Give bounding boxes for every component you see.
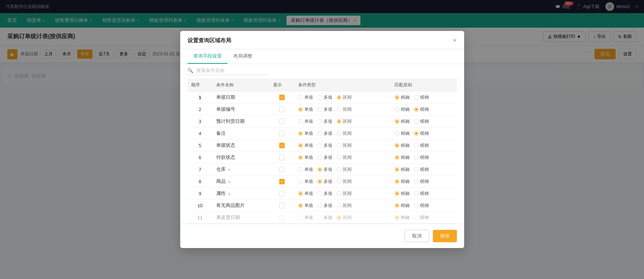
modal-tabs: 查询字段设置 布局调整 [180,49,464,64]
col-name: 条件名称 [213,79,269,90]
search-field-wrap: 🔍 [187,68,268,75]
col-display: 显示 [269,79,295,90]
modal-close-button[interactable]: × [453,37,457,44]
col-match: 匹配原则 [391,79,457,90]
search-input[interactable] [196,68,268,73]
col-type: 条件类型 [295,79,391,90]
tab-field-settings[interactable]: 查询字段设置 [187,49,228,64]
tab-layout-adjust[interactable]: 布局调整 [228,49,258,64]
field-table: 顺序 条件名称 显示 条件类型 匹配原则 1 单据日期 单值 多值 区间 [180,79,464,90]
modal-title: 设置查询区域布局 [187,37,231,44]
modal-overlay: 设置查询区域布局 × 查询字段设置 布局调整 🔍 顺序 条件名称 显示 [0,0,644,90]
search-icon: 🔍 [187,68,193,73]
modal-header: 设置查询区域布局 × [180,31,464,49]
settings-modal: 设置查询区域布局 × 查询字段设置 布局调整 🔍 顺序 条件名称 显示 [180,31,464,90]
col-order: 顺序 [187,79,213,90]
modal-search-area: 🔍 [180,64,464,79]
